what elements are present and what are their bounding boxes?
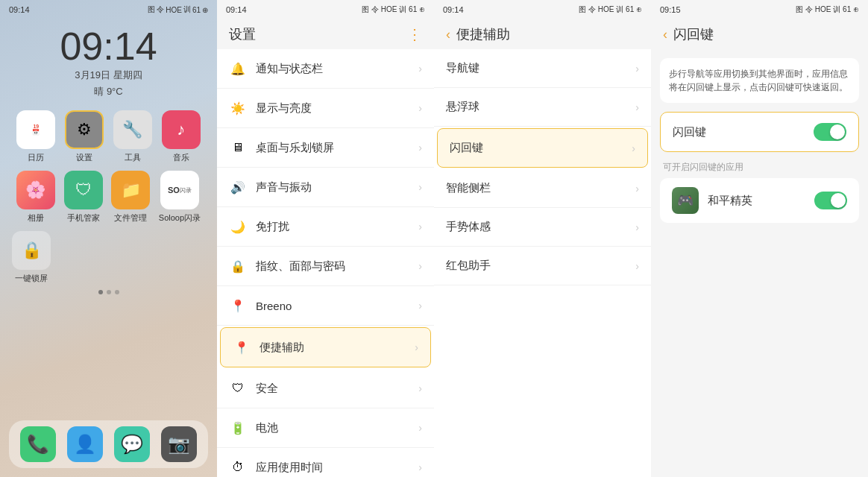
app-files[interactable]: 📁 文件管理 — [111, 171, 150, 224]
settings-item-fingerprint[interactable]: 🔒 指纹、面部与密码 › — [217, 247, 434, 286]
chevron-right-icon: › — [635, 63, 639, 75]
home-app-row-3: 🔒 一键锁屏 — [0, 224, 217, 284]
page-indicator — [0, 290, 217, 294]
app-calendar[interactable]: 19 📅 日历 — [16, 110, 55, 163]
app-soloop[interactable]: SO 闪录 Soloop闪录 — [159, 171, 201, 224]
shortcut-item-navigation[interactable]: 导航键 › — [434, 49, 651, 88]
flashback-status-bar: 09:15 图 令 HOE 训 61 ⊕ — [651, 0, 868, 19]
chevron-right-icon: › — [418, 142, 422, 154]
settings-status-icons: 图 令 HOE 训 61 ⊕ — [362, 4, 425, 15]
shortcut-item-gesture[interactable]: 手势体感 › — [434, 208, 651, 247]
home-status-icons: 图 令 HOE 训 61 ⊕ — [148, 4, 208, 15]
flashback-description: 步行导航等应用切换到其他界面时，应用信息将在闪回键上显示，点击闪回键可快速返回。 — [660, 58, 859, 103]
flashback-back-arrow-icon[interactable]: ‹ — [663, 27, 667, 42]
dnd-icon: 🌙 — [229, 218, 247, 236]
chevron-right-icon: › — [635, 101, 639, 113]
settings-icon: ⚙ — [65, 110, 104, 149]
settings-item-battery[interactable]: 🔋 电池 › — [217, 408, 434, 448]
settings-status-time: 09:14 — [226, 5, 247, 14]
settings-item-breeno[interactable]: 📍 Breeno › — [217, 286, 434, 326]
settings-item-sound[interactable]: 🔊 声音与振动 › — [217, 168, 434, 207]
settings-item-security[interactable]: 🛡 安全 › — [217, 369, 434, 408]
flashback-app-row: 🎮 和平精英 — [660, 178, 859, 223]
shortcut-header: ‹ 便捷辅助 — [434, 19, 651, 49]
photo-label: 相册 — [28, 212, 44, 224]
settings-item-notifications[interactable]: 🔔 通知与状态栏 › — [217, 49, 434, 89]
shortcut-item-smart-sidebar[interactable]: 智能侧栏 › — [434, 169, 651, 208]
settings-item-accessibility[interactable]: 📍 便捷辅助 › — [220, 327, 431, 367]
home-status-time: 09:14 — [9, 5, 30, 14]
sound-icon: 🔊 — [229, 178, 247, 196]
app-tools[interactable]: 🔧 工具 — [113, 110, 152, 163]
shortcut-item-flashback[interactable]: 闪回键 › — [437, 128, 648, 168]
app-security[interactable]: 🛡 手机管家 — [64, 171, 103, 224]
music-label: 音乐 — [173, 152, 189, 163]
files-label: 文件管理 — [114, 212, 147, 224]
security-label: 手机管家 — [67, 212, 100, 224]
flashback-title: 闪回键 — [673, 25, 714, 43]
settings-title: 设置 — [229, 25, 256, 43]
app-lock-screen[interactable]: 🔒 一键锁屏 — [12, 231, 51, 284]
settings-list: 🔔 通知与状态栏 › ☀️ 显示与亮度 › 🖥 桌面与乐划锁屏 › 🔊 声音与振… — [217, 49, 434, 477]
chevron-right-icon: › — [418, 260, 422, 272]
chevron-right-icon: › — [418, 181, 422, 193]
chevron-right-icon: › — [632, 142, 635, 154]
chevron-right-icon: › — [418, 422, 422, 434]
dock-camera[interactable]: 📷 — [161, 426, 197, 462]
dot-3 — [115, 290, 119, 294]
usage-icon: ⏱ — [229, 458, 247, 476]
shortcut-status-icons: 图 令 HOE 训 61 ⊕ — [579, 4, 642, 15]
chevron-right-icon: › — [635, 183, 639, 195]
security-settings-icon: 🛡 — [229, 379, 247, 397]
music-icon: ♪ — [162, 110, 201, 149]
game-app-name: 和平精英 — [708, 194, 814, 208]
chevron-right-icon: › — [635, 260, 639, 272]
chevron-right-icon: › — [418, 102, 422, 114]
breeno-icon: 📍 — [229, 297, 247, 315]
shortcut-title: 便捷辅助 — [456, 25, 510, 43]
battery-icon: 🔋 — [229, 419, 247, 437]
security-icon: 🛡 — [64, 171, 103, 209]
calendar-icon: 19 📅 — [16, 110, 55, 149]
settings-status-bar: 09:14 图 令 HOE 训 61 ⊕ — [217, 0, 434, 19]
flashback-toggle-switch[interactable] — [814, 123, 846, 141]
game-app-toggle[interactable] — [814, 192, 847, 209]
toggle-knob — [830, 124, 845, 139]
shortcut-item-float-ball[interactable]: 悬浮球 › — [434, 88, 651, 127]
settings-panel: 09:14 图 令 HOE 训 61 ⊕ 设置 ⋮ 🔔 通知与状态栏 › ☀️ … — [217, 0, 434, 477]
chevron-right-icon: › — [418, 300, 422, 312]
flashback-status-time: 09:15 — [660, 5, 681, 14]
app-photo[interactable]: 🌸 相册 — [16, 171, 55, 224]
dock-phone[interactable]: 📞 — [20, 426, 56, 462]
chevron-right-icon: › — [418, 63, 422, 75]
tools-label: 工具 — [125, 152, 141, 163]
dock-contacts[interactable]: 👤 — [67, 426, 103, 462]
shortcut-item-red-packet[interactable]: 红包助手 › — [434, 247, 651, 285]
shortcut-list: 导航键 › 悬浮球 › 闪回键 › 智能侧栏 › 手势体感 › 红包助手 › — [434, 49, 651, 477]
settings-label: 设置 — [76, 152, 92, 163]
home-app-row-2: 🌸 相册 🛡 手机管家 📁 文件管理 SO 闪录 Soloop闪录 — [0, 163, 217, 224]
chevron-right-icon: › — [635, 221, 639, 233]
settings-item-dnd[interactable]: 🌙 免打扰 › — [217, 207, 434, 247]
settings-item-desktop[interactable]: 🖥 桌面与乐划锁屏 › — [217, 128, 434, 168]
home-date: 3月19日 星期四 — [0, 69, 217, 82]
shortcut-panel: 09:14 图 令 HOE 训 61 ⊕ ‹ 便捷辅助 导航键 › 悬浮球 › … — [434, 0, 651, 477]
game-app-avatar: 🎮 — [672, 187, 699, 214]
settings-menu-icon[interactable]: ⋮ — [407, 25, 422, 43]
flashback-content: 步行导航等应用切换到其他界面时，应用信息将在闪回键上显示，点击闪回键可快速返回。… — [651, 49, 868, 477]
app-music[interactable]: ♪ 音乐 — [162, 110, 201, 163]
home-screen: 09:14 图 令 HOE 训 61 ⊕ 09:14 3月19日 星期四 晴 9… — [0, 0, 217, 477]
game-toggle-knob — [831, 193, 846, 208]
tools-icon: 🔧 — [113, 110, 152, 149]
back-arrow-icon[interactable]: ‹ — [446, 27, 450, 42]
chevron-right-icon: › — [418, 221, 422, 233]
settings-item-display[interactable]: ☀️ 显示与亮度 › — [217, 89, 434, 128]
fingerprint-icon: 🔒 — [229, 257, 247, 275]
home-weather: 晴 9°C — [0, 85, 217, 98]
home-app-row-1: 19 📅 日历 ⚙ 设置 🔧 工具 ♪ 音乐 — [0, 98, 217, 163]
dock-messages[interactable]: 💬 — [114, 426, 150, 462]
settings-item-usage[interactable]: ⏱ 应用使用时间 › — [217, 448, 434, 477]
app-settings[interactable]: ⚙ 设置 — [65, 110, 104, 163]
chevron-right-icon: › — [418, 461, 422, 473]
flashback-section-label: 可开启闪回键的应用 — [660, 161, 859, 178]
